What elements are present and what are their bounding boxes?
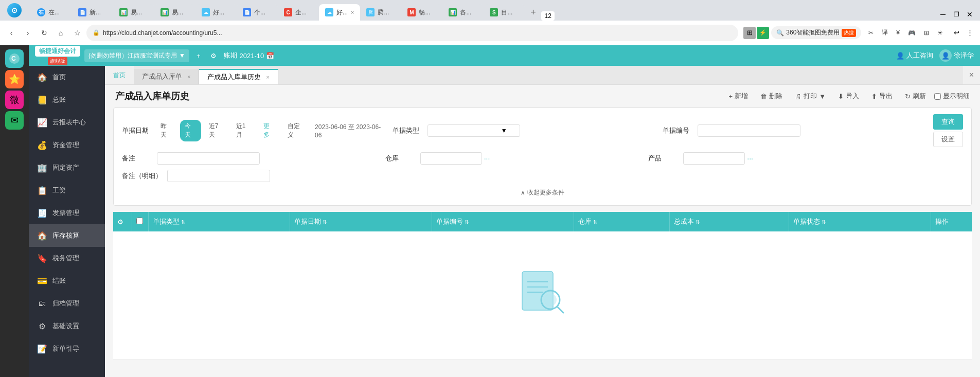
col-bill-status[interactable]: 单据状态 ⇅	[789, 212, 931, 231]
content-tab-2-close[interactable]: ×	[266, 74, 269, 80]
extensions-icon[interactable]: ⊞	[743, 27, 756, 39]
nav-item-invoice[interactable]: 🧾 发票管理	[29, 202, 105, 224]
browser-tab-12[interactable]: S 目...	[484, 4, 525, 21]
brightness-btn[interactable]: ☀	[934, 27, 946, 39]
window-restore-button[interactable]: ❐	[950, 8, 963, 21]
warehouse-input[interactable]	[420, 152, 482, 165]
speed-icon[interactable]: ⚡	[757, 27, 769, 39]
app-icon-orange[interactable]: ⭐	[5, 70, 24, 88]
content-tab-1-close[interactable]: ×	[187, 74, 190, 80]
app-icon-green[interactable]: ✉	[5, 111, 24, 130]
bookmark-button[interactable]: ☆	[70, 26, 84, 40]
date-btn-custom[interactable]: 自定义	[283, 120, 310, 141]
reload-button[interactable]: ↻	[37, 26, 51, 40]
select-all-checkbox[interactable]	[136, 218, 143, 224]
app-icon-pink[interactable]: 微	[5, 91, 24, 109]
nav-item-checkout[interactable]: 💳 结账	[29, 270, 105, 292]
col-bill-date[interactable]: 单据日期 ⇅	[290, 212, 432, 231]
company-selector[interactable]: (勿删勿禁用）江西服宝测试专用 ▼	[84, 49, 189, 62]
browser-tab-11[interactable]: 📊 各...	[442, 4, 484, 21]
nav-item-tax[interactable]: 🔖 税务管理	[29, 247, 105, 270]
bill-number-input[interactable]	[698, 124, 800, 137]
collapse-button[interactable]: ∧ 收起更多条件	[519, 186, 566, 199]
col-checkbox[interactable]	[132, 212, 148, 231]
new-tab-button[interactable]: +	[525, 4, 541, 21]
print-icon: 🖨	[795, 93, 801, 100]
browser-tab-7[interactable]: C 企...	[278, 4, 319, 21]
col-bill-number[interactable]: 单据编号 ⇅	[432, 212, 574, 231]
tab-8-close[interactable]: ×	[351, 9, 354, 15]
url-bar[interactable]: 🔒 https://cloud.chanjet.com/accounting/u…	[86, 25, 738, 41]
settings-btn[interactable]: ⚙	[207, 51, 220, 61]
col-bill-type[interactable]: 单据类型 ⇅	[148, 212, 290, 231]
date-btn-7days[interactable]: 近7天	[204, 120, 228, 141]
query-button[interactable]: 查询	[933, 114, 963, 130]
nav-item-newbill[interactable]: 📝 新单引导	[29, 337, 105, 360]
grid-btn[interactable]: ⊞	[921, 27, 932, 39]
breadcrumb-home[interactable]: 首页	[113, 71, 126, 80]
wallet-btn[interactable]: ¥	[893, 27, 903, 39]
window-minimize-button[interactable]: ─	[937, 8, 949, 21]
col-gear[interactable]: ⚙	[113, 212, 132, 231]
nav-item-reports[interactable]: 📈 云报表中心	[29, 111, 105, 134]
nav-item-home[interactable]: 🏠 首页	[29, 66, 105, 88]
content-tab-bill-list[interactable]: 产成品入库单 ×	[134, 69, 199, 84]
add-button[interactable]: + 新增	[725, 89, 753, 103]
svg-text:C: C	[11, 55, 16, 62]
tab-count-badge[interactable]: 12	[541, 11, 554, 21]
content-area-close[interactable]: ×	[963, 70, 980, 80]
warehouse-more-icon[interactable]: ···	[484, 154, 490, 163]
bill-type-dropdown[interactable]: ▼	[427, 124, 520, 137]
nav-item-basic[interactable]: ⚙ 基础设置	[29, 315, 105, 337]
browser-tab-6[interactable]: 📄 个...	[237, 4, 278, 21]
browser-tab-3[interactable]: 📊 易...	[113, 4, 154, 21]
user-profile-btn[interactable]: 👤 徐泽华	[939, 49, 974, 62]
home-button[interactable]: ⌂	[54, 26, 68, 40]
note-input[interactable]	[157, 152, 260, 165]
nav-item-fixed[interactable]: 🏢 固定资产	[29, 156, 105, 179]
add-company-btn[interactable]: +	[193, 51, 204, 61]
browser-tab-10[interactable]: M 畅...	[401, 4, 442, 21]
nav-item-finance[interactable]: 💰 资金管理	[29, 134, 105, 156]
date-btn-more[interactable]: 更多	[259, 120, 280, 141]
product-input[interactable]	[683, 152, 745, 165]
print-button[interactable]: 🖨 打印 ▼	[791, 89, 830, 103]
setting-button[interactable]: 设置	[933, 132, 963, 147]
app-icon-chanjet[interactable]: C	[5, 49, 24, 68]
date-btn-yesterday[interactable]: 昨天	[156, 120, 177, 141]
forward-button[interactable]: ›	[21, 26, 35, 40]
window-close-button[interactable]: ✕	[964, 8, 976, 21]
browser-tab-4[interactable]: 📊 易...	[154, 4, 195, 21]
game-btn[interactable]: 🎮	[905, 27, 919, 39]
browser-settings-btn[interactable]: ↩	[950, 27, 963, 39]
content-tab-bill-history[interactable]: 产成品入库单历史 ×	[199, 69, 278, 84]
delete-button[interactable]: 🗑 删除	[756, 89, 787, 103]
col-total-cost[interactable]: 总成本 ⇅	[670, 212, 789, 231]
browser-tab-5[interactable]: ☁ 好...	[195, 4, 237, 21]
scissors-btn[interactable]: ✂	[865, 27, 877, 39]
translate-btn[interactable]: 译	[879, 26, 891, 39]
nav-item-inventory[interactable]: 🏠 库存核算	[29, 224, 105, 247]
browser-more-btn[interactable]: ⋮	[964, 27, 976, 39]
browser-tab-8[interactable]: ☁ 好... ×	[319, 4, 360, 21]
browser-tab-1[interactable]: 在 在...	[31, 4, 72, 21]
show-fields-checkbox[interactable]	[934, 93, 941, 100]
browser-search-box[interactable]: 🔍 360智能抠图免费用 热搜	[771, 26, 861, 39]
nav-item-salary[interactable]: 📋 工资	[29, 179, 105, 202]
export-button[interactable]: ⬆ 导出	[867, 89, 897, 103]
ai-consult-btn[interactable]: 👤 人工咨询	[896, 51, 933, 60]
browser-tab-2[interactable]: 📄 新...	[72, 4, 113, 21]
import-button[interactable]: ⬇ 导入	[834, 89, 863, 103]
note-detail-input[interactable]	[167, 170, 270, 182]
date-btn-today[interactable]: 今天	[180, 120, 201, 141]
browser-tab-9[interactable]: 腾 腾...	[360, 4, 401, 21]
show-fields-checkbox-label[interactable]: 显示明细	[934, 92, 970, 101]
date-btn-1month[interactable]: 近1月	[231, 120, 256, 141]
nav-item-ledger[interactable]: 📒 总账	[29, 88, 105, 111]
col-warehouse[interactable]: 仓库 ⇅	[574, 212, 670, 231]
period-calendar-icon[interactable]: 📅	[266, 52, 274, 60]
back-button[interactable]: ‹	[4, 26, 19, 40]
nav-item-archive[interactable]: 🗂 归档管理	[29, 292, 105, 315]
product-more-icon[interactable]: ···	[747, 154, 753, 163]
refresh-button[interactable]: ↻ 刷新	[901, 89, 930, 103]
